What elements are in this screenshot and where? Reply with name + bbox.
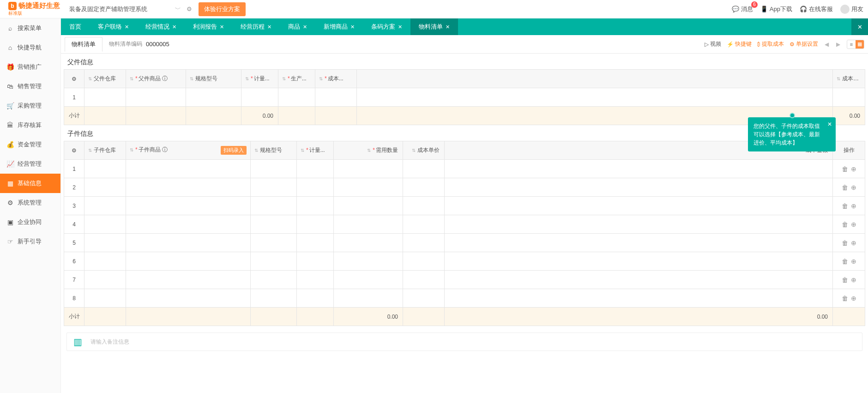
app-download-button[interactable]: 📱App下载 (760, 5, 792, 13)
add-row-icon[interactable]: ⊕ (851, 202, 856, 210)
gear-icon[interactable]: ⚙ (187, 6, 192, 12)
delete-icon[interactable]: 🗑 (842, 221, 848, 228)
sidebar-label: 新手引导 (18, 237, 42, 246)
parent-col-2[interactable]: ⇅规格型号 (186, 70, 241, 88)
add-row-icon[interactable]: ⊕ (851, 239, 856, 247)
user-menu[interactable]: 用友 (840, 5, 863, 14)
add-row-icon[interactable]: ⊕ (851, 258, 856, 265)
sidebar-item-7[interactable]: 📈经营管理 (0, 154, 60, 174)
close-icon[interactable]: ✕ (172, 24, 176, 30)
tab-4[interactable]: 经营历程✕ (232, 18, 280, 35)
sidebar-item-4[interactable]: 🛒采购管理 (0, 96, 60, 115)
sidebar-item-2[interactable]: 🎁营销推广 (0, 57, 60, 77)
close-icon[interactable]: ✕ (827, 120, 832, 128)
child-section-title: 子件信息 (64, 125, 865, 141)
tab-5[interactable]: 商品✕ (280, 18, 315, 35)
parent-col-3[interactable]: ⇅*计量... (241, 70, 278, 88)
system-selector[interactable]: 装备及固定资产辅助管理系统﹀ (69, 5, 181, 13)
parent-col-6[interactable] (357, 70, 833, 88)
subtab-bom[interactable]: 物料清单 (65, 37, 102, 52)
delete-icon[interactable]: 🗑 (842, 184, 848, 191)
parent-col-0[interactable]: ⇅父件仓库 (84, 70, 126, 88)
parent-col-1[interactable]: ⇅*父件商品 ⓘ (126, 70, 186, 88)
gear-icon[interactable]: ⚙ (64, 141, 84, 160)
table-row[interactable]: 6🗑⊕ (64, 252, 865, 271)
coin-icon: ₿ (757, 41, 760, 48)
close-icon[interactable]: ✕ (446, 24, 450, 30)
delete-icon[interactable]: 🗑 (842, 258, 848, 265)
add-row-icon[interactable]: ⊕ (851, 165, 856, 173)
tab-8[interactable]: 物料清单✕ (410, 18, 458, 35)
tab-0[interactable]: 首页 (61, 18, 90, 35)
cta-button[interactable]: 体验行业方案 (199, 2, 246, 16)
table-row[interactable]: 3🗑⊕ (64, 197, 865, 215)
view-toggle[interactable]: ≡▦ (847, 40, 864, 49)
tab-7[interactable]: 条码方案✕ (363, 18, 410, 35)
sidebar-item-8[interactable]: ▦基础信息 (0, 174, 60, 193)
table-row[interactable]: 1🗑⊕ (64, 160, 865, 178)
next-doc-button[interactable]: ▶ (835, 41, 841, 48)
table-row[interactable]: 5🗑⊕ (64, 234, 865, 252)
sidebar: ⌕搜索菜单⌂快捷导航🎁营销推广🛍销售管理🛒采购管理🏛库存核算💰资金管理📈经营管理… (0, 18, 61, 393)
extract-cost-link[interactable]: ₿提取成本 (757, 40, 784, 48)
add-row-icon[interactable]: ⊕ (851, 276, 856, 284)
video-link[interactable]: ▷视频 (705, 40, 721, 48)
delete-icon[interactable]: 🗑 (842, 165, 848, 173)
hotkey-link[interactable]: ⚡快捷键 (727, 40, 752, 48)
sidebar-label: 系统管理 (18, 199, 42, 207)
child-col-5[interactable]: ⇅成本单价 (403, 141, 445, 160)
delete-icon[interactable]: 🗑 (842, 295, 848, 302)
child-col-2[interactable]: ⇅规格型号 (251, 141, 297, 160)
messages-button[interactable]: 💬消息 (732, 5, 753, 13)
chevron-down-icon: ﹀ (175, 5, 181, 13)
sidebar-item-10[interactable]: ▣企业协同 (0, 212, 60, 232)
table-row[interactable]: 4🗑⊕ (64, 215, 865, 234)
remarks-card[interactable]: ▥ 请输入备注信息 (66, 333, 862, 351)
delete-icon[interactable]: 🗑 (842, 202, 848, 210)
child-col-0[interactable]: ⇅子件仓库 (84, 141, 126, 160)
doc-settings-link[interactable]: ⚙单据设置 (790, 40, 818, 48)
add-row-icon[interactable]: ⊕ (851, 184, 856, 191)
prev-doc-button[interactable]: ◀ (824, 41, 830, 48)
close-icon[interactable]: ✕ (267, 24, 271, 30)
close-icon[interactable]: ✕ (220, 24, 224, 30)
delete-icon[interactable]: 🗑 (842, 239, 848, 247)
parent-col-7[interactable]: ⇅成本金额 (833, 70, 865, 88)
table-row[interactable]: 1 (64, 88, 865, 107)
close-icon[interactable]: ✕ (398, 24, 402, 30)
tab-3[interactable]: 利润报告✕ (185, 18, 232, 35)
child-col-4[interactable]: ⇅*需用数量 (334, 141, 403, 160)
sidebar-icon: 🛍 (6, 83, 14, 90)
close-icon[interactable]: ✕ (303, 24, 307, 30)
child-col-3[interactable]: ⇅*计量... (297, 141, 334, 160)
tabs-close-all[interactable]: ✕ (851, 18, 868, 35)
close-icon[interactable]: ✕ (125, 24, 129, 30)
sidebar-item-11[interactable]: ☞新手引导 (0, 232, 60, 251)
parent-col-4[interactable]: ⇅*生产... (278, 70, 315, 88)
child-col-7[interactable]: 操作 (833, 141, 865, 160)
online-service-button[interactable]: 🎧在线客服 (800, 5, 833, 13)
sidebar-item-5[interactable]: 🏛库存核算 (0, 115, 60, 135)
sidebar-item-9[interactable]: ⚙系统管理 (0, 193, 60, 212)
tab-2[interactable]: 经营情况✕ (137, 18, 185, 35)
table-row[interactable]: 7🗑⊕ (64, 271, 865, 289)
sidebar-item-0[interactable]: ⌕搜索菜单 (0, 18, 60, 38)
add-row-icon[interactable]: ⊕ (851, 295, 856, 302)
close-icon[interactable]: ✕ (350, 24, 355, 30)
table-row[interactable]: 2🗑⊕ (64, 178, 865, 197)
delete-icon[interactable]: 🗑 (842, 276, 848, 284)
scan-input-button[interactable]: 扫码录入 (221, 146, 247, 155)
sidebar-item-3[interactable]: 🛍销售管理 (0, 77, 60, 96)
gear-icon[interactable]: ⚙ (64, 70, 84, 88)
table-row[interactable]: 8🗑⊕ (64, 289, 865, 308)
code-value: 0000005 (146, 41, 169, 48)
tab-6[interactable]: 新增商品✕ (315, 18, 363, 35)
tab-1[interactable]: 客户联络✕ (90, 18, 137, 35)
sidebar-item-6[interactable]: 💰资金管理 (0, 135, 60, 154)
child-col-1[interactable]: ⇅*子件商品 ⓘ扫码录入 (126, 141, 251, 160)
parent-col-5[interactable]: ⇅*成本... (315, 70, 357, 88)
sidebar-item-1[interactable]: ⌂快捷导航 (0, 38, 60, 57)
topbar: b畅捷通好生意 标准版 装备及固定资产辅助管理系统﹀ ⚙ 体验行业方案 💬消息 … (0, 0, 868, 18)
add-row-icon[interactable]: ⊕ (851, 221, 856, 228)
chat-icon: 💬 (732, 6, 739, 12)
